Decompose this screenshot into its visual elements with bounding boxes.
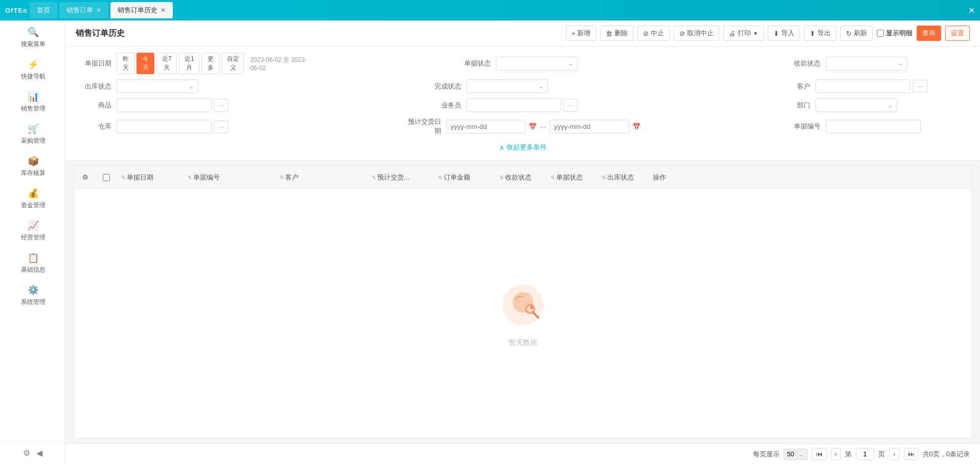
display-detail-label: 显示明细 [886, 29, 913, 38]
calendar-start-icon[interactable]: 📅 [529, 123, 537, 130]
col-customer-header[interactable]: ⇅ 客户 [276, 173, 368, 182]
date-btn-7days[interactable]: 近7天 [156, 53, 177, 74]
col-delivery-header[interactable]: ⇅ 预计交货... [368, 173, 434, 182]
sidebar-item-inventory[interactable]: 📦 库存核算 [0, 149, 65, 182]
date-btn-yesterday[interactable]: 昨天 [117, 53, 134, 74]
next-page-btn[interactable]: › [889, 448, 899, 460]
page-size-select-wrapper: 20 50 100 [784, 449, 808, 460]
sidebar-item-quicknav[interactable]: ⚡ 快捷导航 [0, 53, 65, 85]
import-button[interactable]: ⬇ 导入 [768, 26, 800, 41]
sales-icon: 📊 [28, 91, 39, 102]
date-btn-more[interactable]: 更多 [201, 53, 219, 74]
cancel-stop-icon: ⊘ [679, 30, 685, 37]
sidebar-collapse-icon[interactable]: ◀ [36, 448, 42, 458]
col-settings[interactable]: ⚙ [78, 173, 99, 181]
sidebar-item-search-label: 搜索菜单 [21, 40, 45, 49]
delivery-date-end[interactable] [550, 120, 629, 134]
status-select-wrapper [496, 57, 578, 71]
complete-status-select[interactable] [466, 79, 548, 93]
sidebar-item-finance-label: 资金管理 [21, 201, 45, 210]
order-no-input[interactable] [826, 120, 921, 134]
out-status-control [117, 79, 271, 93]
date-btn-1month[interactable]: 近1月 [179, 53, 199, 74]
col-date-label: 单据日期 [127, 173, 153, 182]
warehouse-dots-btn[interactable]: ··· [214, 120, 229, 133]
tab-sales-order-history-close[interactable]: ✕ [161, 7, 166, 14]
out-status-select[interactable] [117, 79, 198, 93]
customer-dots-btn[interactable]: ··· [913, 80, 927, 93]
tab-sales-order-close[interactable]: ✕ [96, 7, 101, 14]
order-no-control [826, 120, 970, 134]
sidebar-item-operation[interactable]: 📈 经营管理 [0, 214, 65, 246]
dept-select[interactable] [815, 98, 897, 112]
calendar-end-icon[interactable]: 📅 [632, 123, 641, 130]
tab-home-label: 首页 [37, 6, 50, 15]
display-detail-checkbox[interactable]: 显示明细 [877, 29, 913, 38]
goods-dots-btn[interactable]: ··· [214, 99, 229, 112]
goods-input[interactable] [117, 98, 212, 112]
date-btn-group: 昨天 今天 近7天 近1月 更多 自定义 [117, 53, 244, 74]
order-no-label: 单据编号 [785, 122, 826, 131]
sidebar-item-quicknav-label: 快捷导航 [21, 72, 45, 81]
table-settings-icon[interactable]: ⚙ [82, 173, 88, 181]
sidebar-settings-icon[interactable]: ⚙ [23, 448, 30, 458]
page-size-select[interactable]: 20 50 100 [784, 449, 808, 460]
cancel-stop-button[interactable]: ⊘ 取消中止 [674, 26, 719, 41]
print-button[interactable]: 🖨 打印 ▼ [723, 26, 764, 41]
date-btn-today[interactable]: 今天 [136, 53, 154, 74]
first-page-btn[interactable]: ⏮ [812, 448, 827, 460]
receipt-status-select[interactable] [826, 57, 907, 71]
col-out-status-header[interactable]: ⇅ 出库状态 [598, 173, 649, 182]
topbar-close-icon[interactable]: ✕ [968, 6, 975, 15]
customer-label: 客户 [774, 82, 815, 91]
top-bar: OfTEn 首页 销售订单 ✕ 销售订单历史 ✕ ✕ [0, 0, 980, 20]
select-all-checkbox[interactable] [103, 174, 110, 181]
page-title: 销售订单历史 [76, 28, 562, 39]
tab-sales-order[interactable]: 销售订单 ✕ [59, 2, 108, 18]
sidebar-item-basic[interactable]: 📋 基础信息 [0, 246, 65, 278]
settings-btn[interactable]: 设置 [945, 26, 970, 41]
salesperson-label: 业务员 [425, 101, 466, 110]
warehouse-control: ··· [117, 120, 261, 134]
customer-input[interactable] [815, 79, 910, 93]
top-bar-right: ✕ [968, 6, 975, 15]
sidebar-item-system[interactable]: ⚙️ 系统管理 [0, 278, 65, 311]
sidebar-item-purchase[interactable]: 🛒 采购管理 [0, 117, 65, 149]
system-icon: ⚙️ [28, 284, 39, 296]
col-num-header[interactable]: ⇅ 单据编号 [184, 173, 276, 182]
salesperson-dots-btn[interactable]: ··· [563, 99, 578, 112]
status-select[interactable] [496, 57, 578, 71]
new-button[interactable]: + 新增 [566, 26, 597, 41]
export-icon: ⬆ [810, 30, 815, 37]
page-word: 第 [845, 450, 852, 459]
delivery-date-start[interactable] [446, 120, 526, 134]
sidebar-item-finance[interactable]: 💰 资金管理 [0, 182, 65, 214]
sidebar-item-sales[interactable]: 📊 销售管理 [0, 85, 65, 117]
display-detail-input[interactable] [877, 30, 884, 37]
col-amount-sort-icon: ⇅ [438, 174, 442, 180]
page-number-input[interactable]: 1 [856, 448, 874, 460]
query-button[interactable]: 查询 [917, 26, 941, 41]
collapse-more-btn[interactable]: ∧ 收起更多条件 [76, 141, 970, 154]
col-order-status-header[interactable]: ⇅ 单据状态 [546, 173, 598, 182]
refresh-button[interactable]: ↻ 刷新 [840, 26, 873, 41]
sidebar-item-search[interactable]: 🔍 搜索菜单 [0, 20, 65, 53]
date-filter-label: 单据日期 [76, 59, 117, 68]
goods-label: 商品 [76, 101, 117, 110]
salesperson-input[interactable] [466, 98, 561, 112]
query-label: 查询 [922, 29, 936, 38]
sidebar-item-inventory-label: 库存核算 [21, 169, 45, 178]
col-amount-header[interactable]: ⇅ 订单金额 [434, 173, 495, 182]
last-page-btn[interactable]: ⏭ [904, 448, 919, 460]
delete-button[interactable]: 🗑 删除 [600, 26, 633, 41]
tab-sales-order-history[interactable]: 销售订单历史 ✕ [110, 2, 173, 18]
stop-button[interactable]: ⊘ 中止 [637, 26, 670, 41]
warehouse-input[interactable] [117, 120, 212, 134]
col-pay-status-header[interactable]: ⇅ 收款状态 [495, 173, 546, 182]
tab-home[interactable]: 首页 [30, 2, 57, 18]
date-btn-custom[interactable]: 自定义 [222, 53, 244, 74]
col-date-header[interactable]: ⇅ 单据日期 [117, 173, 184, 182]
delete-label: 删除 [614, 29, 628, 38]
export-button[interactable]: ⬆ 导出 [804, 26, 836, 41]
prev-page-btn[interactable]: ‹ [831, 448, 841, 460]
